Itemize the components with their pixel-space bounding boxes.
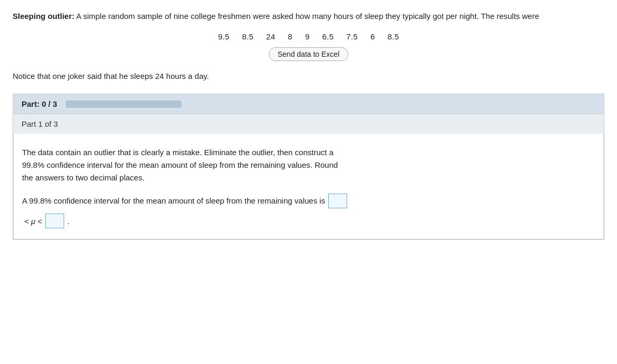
desc-line3: the answers to two decimal places.	[22, 173, 145, 182]
data-row: 9.5 8.5 24 8 9 6.5 7.5 6 8.5	[13, 32, 604, 41]
data-value-4: 8	[288, 32, 292, 41]
part-subheader-label: Part 1 of 3	[22, 119, 58, 128]
data-value-8: 6	[370, 32, 375, 41]
data-value-6: 6.5	[322, 32, 334, 41]
data-value-5: 9	[305, 32, 310, 41]
notice-text: Notice that one joker said that he sleep…	[13, 70, 604, 83]
data-value-3: 24	[266, 32, 275, 41]
send-excel-row: Send data to Excel	[13, 47, 604, 61]
problem-title-bold: Sleeping outlier:	[13, 12, 75, 21]
send-excel-button[interactable]: Send data to Excel	[269, 47, 349, 61]
answer-input-upper[interactable]	[328, 194, 347, 208]
part-section: Part: 0 / 3 Part 1 of 3 The data contain…	[13, 94, 604, 240]
mu-line: < μ < .	[24, 214, 595, 228]
confidence-text: A 99.8% confidence interval for the mean…	[22, 195, 325, 207]
part-description: The data contain an outlier that is clea…	[22, 146, 595, 184]
data-value-9: 8.5	[388, 32, 399, 41]
desc-line1: The data contain an outlier that is clea…	[22, 148, 333, 157]
part-header: Part: 0 / 3	[13, 94, 604, 114]
desc-line2: 99.8% confidence interval for the mean a…	[22, 160, 338, 169]
part-header-label: Part: 0 / 3	[22, 99, 57, 108]
progress-bar-container	[66, 100, 181, 108]
data-value-1: 9.5	[218, 32, 229, 41]
data-value-7: 7.5	[346, 32, 358, 41]
data-value-2: 8.5	[242, 32, 254, 41]
problem-title-text: A simple random sample of nine college f…	[75, 12, 540, 21]
part-subheader: Part 1 of 3	[13, 114, 604, 134]
confidence-interval-line: A 99.8% confidence interval for the mean…	[22, 194, 595, 208]
problem-text: Sleeping outlier: A simple random sample…	[13, 11, 604, 23]
period: .	[67, 217, 69, 226]
answer-input-lower[interactable]	[45, 214, 64, 228]
part-content: The data contain an outlier that is clea…	[13, 134, 604, 239]
mu-less-label: < μ <	[24, 217, 42, 226]
